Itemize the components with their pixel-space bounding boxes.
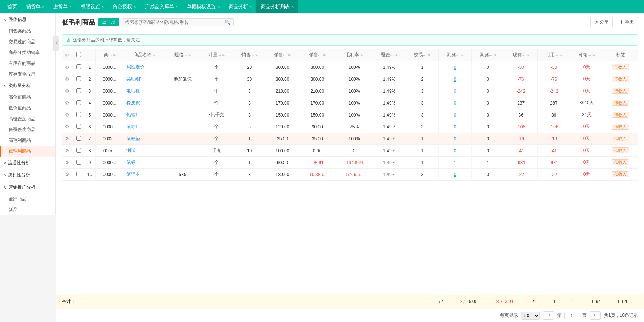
close-icon[interactable]: × — [134, 4, 136, 9]
col-browse2[interactable]: 浏览...⇅ — [471, 49, 504, 61]
settings-row-icon[interactable]: ⚙ — [65, 160, 70, 165]
share-btn[interactable]: ↗ 分享 — [590, 17, 613, 27]
sidebar-item-销售类商品[interactable]: 销售类商品 — [0, 26, 55, 36]
topnav-item-商品分析[interactable]: 商品分析× — [224, 0, 256, 13]
browse1-link[interactable]: 0 — [454, 77, 456, 82]
sort-icon-sellable[interactable]: ⇅ — [592, 53, 595, 57]
name-cell[interactable]: 铅笔1 — [124, 109, 165, 121]
col-sales_profit[interactable]: 销售...⇅ — [299, 49, 336, 61]
sidebar-group-成长性分析[interactable]: >成长性分析 — [0, 169, 55, 181]
sidebar-group-流通性分析[interactable]: >流通性分析 — [0, 157, 55, 169]
topnav-item-角色授权[interactable]: 角色授权× — [108, 0, 140, 13]
browse1-link[interactable]: 0 — [454, 124, 456, 130]
browse1-link[interactable]: 0 — [454, 101, 456, 106]
topnav-item-销货单[interactable]: 销货单× — [22, 0, 49, 13]
settings-row-icon[interactable]: ⚙ — [65, 148, 70, 153]
col-spec[interactable]: 规格...⇅ — [165, 49, 200, 61]
settings-row-icon[interactable]: ⚙ — [65, 136, 70, 141]
browse1-link[interactable]: 0 — [454, 136, 456, 141]
sidebar-item-交易过的商品[interactable]: 交易过的商品 — [0, 36, 55, 47]
sidebar-item-新品[interactable]: 新品 — [0, 204, 55, 215]
select-all-checkbox[interactable] — [76, 52, 81, 57]
name-cell[interactable]: 鼠标 — [124, 157, 165, 169]
name-cell[interactable]: 属性定价 — [124, 61, 165, 73]
sort-icon-gross_margin[interactable]: ⇅ — [360, 53, 363, 57]
search-icon[interactable]: 🔍 — [225, 20, 230, 25]
sort-icon-spec[interactable]: ⇅ — [188, 53, 191, 57]
sidebar-item-低毛利商品[interactable]: 低毛利商品 — [0, 146, 55, 157]
browse1-link[interactable]: 0 — [454, 65, 456, 70]
name-cell[interactable]: 测试 — [124, 145, 165, 157]
sidebar-item-低覆盖度商品[interactable]: 低覆盖度商品 — [0, 124, 55, 135]
page-size-select[interactable]: 50 20 100 — [521, 312, 540, 320]
settings-row-icon[interactable]: ⚙ — [65, 112, 70, 118]
row-checkbox[interactable] — [76, 88, 81, 93]
settings-row-icon[interactable]: ⚙ — [65, 172, 70, 177]
browse1-link[interactable]: 1 — [454, 160, 456, 165]
settings-row-icon[interactable]: ⚙ — [65, 76, 70, 82]
name-cell[interactable]: 鼠标1 — [124, 121, 165, 133]
browse1-link[interactable]: 0 — [454, 112, 456, 118]
sort-icon-transaction[interactable]: ⇅ — [427, 53, 430, 57]
settings-row-icon[interactable]: ⚙ — [65, 100, 70, 106]
close-icon[interactable]: × — [102, 4, 104, 9]
col-gross_margin[interactable]: 毛利率⇅ — [336, 49, 373, 61]
sort-icon-available[interactable]: ⇅ — [559, 53, 562, 57]
browse1-link[interactable]: 0 — [454, 172, 456, 177]
sidebar-item-低价值商品[interactable]: 低价值商品 — [0, 103, 55, 114]
sort-icon-sales_profit[interactable]: ⇅ — [323, 53, 326, 57]
topnav-item-产成品入库单[interactable]: 产成品入库单× — [141, 0, 182, 13]
col-unit[interactable]: 计量...⇅ — [200, 49, 233, 61]
browse1-link[interactable]: 0 — [454, 89, 456, 94]
close-icon[interactable]: × — [250, 4, 252, 9]
sort-icon-sales_count[interactable]: ⇅ — [255, 53, 258, 57]
page-number-input[interactable] — [564, 312, 579, 319]
sort-icon-sales_price[interactable]: ⇅ — [288, 53, 291, 57]
sort-icon-name[interactable]: ⇅ — [152, 53, 155, 57]
col-browse1[interactable]: 浏览...⇅ — [439, 49, 471, 61]
filter-recent-month-btn[interactable]: 近一月 — [98, 18, 119, 26]
close-icon[interactable]: × — [217, 4, 220, 9]
row-checkbox[interactable] — [76, 172, 81, 176]
col-sellable[interactable]: 可销...⇅ — [570, 49, 603, 61]
sidebar-group-类献量分析[interactable]: ∨类献量分析 — [0, 80, 55, 92]
close-icon[interactable]: × — [176, 4, 178, 9]
topnav-item-进货单[interactable]: 进货单× — [49, 0, 76, 13]
browse1-link[interactable]: 0 — [454, 148, 456, 153]
col-name[interactable]: 商品名称⇅ — [124, 49, 165, 61]
col-transaction[interactable]: 交易...⇅ — [406, 49, 439, 61]
topnav-item-商品分析列表[interactable]: 商品分析列表× — [256, 0, 298, 13]
sidebar-item-高毛利商品[interactable]: 高毛利商品 — [0, 135, 55, 146]
sidebar-item-全部商品[interactable]: 全部商品 — [0, 194, 55, 204]
sidebar-group-整体信息[interactable]: ∨整体信息 — [0, 13, 55, 26]
sidebar-item-有库存的商品[interactable]: 有库存的商品 — [0, 58, 55, 69]
row-checkbox[interactable] — [76, 64, 81, 69]
sort-icon-browse1[interactable]: ⇅ — [460, 53, 463, 57]
next-page-btn[interactable]: 〉 — [590, 311, 601, 320]
settings-icon[interactable]: ⚙ — [65, 52, 69, 58]
name-cell[interactable]: 橡皮擦 — [124, 97, 165, 109]
settings-row-icon[interactable]: ⚙ — [65, 88, 70, 94]
row-checkbox[interactable] — [76, 136, 81, 141]
name-cell[interactable]: 电话机 — [124, 85, 165, 97]
close-icon[interactable]: × — [291, 4, 294, 9]
sort-icon-coverage[interactable]: ⇅ — [394, 53, 397, 57]
col-current_stock[interactable]: 现有...⇅ — [504, 49, 537, 61]
row-checkbox[interactable] — [76, 112, 81, 117]
sort-icon-current_stock[interactable]: ⇅ — [526, 53, 529, 57]
row-checkbox[interactable] — [76, 148, 81, 153]
sidebar-item-库存资金占用[interactable]: 库存资金占用 — [0, 69, 55, 80]
sort-icon-browse2[interactable]: ⇅ — [493, 53, 496, 57]
search-input[interactable] — [125, 20, 225, 25]
col-code[interactable]: 商...⇅ — [95, 49, 124, 61]
settings-row-icon[interactable]: ⚙ — [65, 124, 70, 130]
sidebar-item-高覆盖度商品[interactable]: 高覆盖度商品 — [0, 114, 55, 124]
topnav-item-单据模板设置[interactable]: 单据模板设置× — [182, 0, 224, 13]
row-checkbox[interactable] — [76, 124, 81, 129]
col-coverage[interactable]: 覆盖...⇅ — [373, 49, 406, 61]
sidebar-group-营销推广分析[interactable]: ∨营销推广分析 — [0, 181, 55, 194]
sort-icon-code[interactable]: ⇅ — [113, 53, 116, 57]
close-icon[interactable]: × — [42, 4, 44, 9]
prev-page-btn[interactable]: 〈 — [543, 311, 554, 320]
name-cell[interactable]: 笔记本 — [124, 169, 165, 181]
